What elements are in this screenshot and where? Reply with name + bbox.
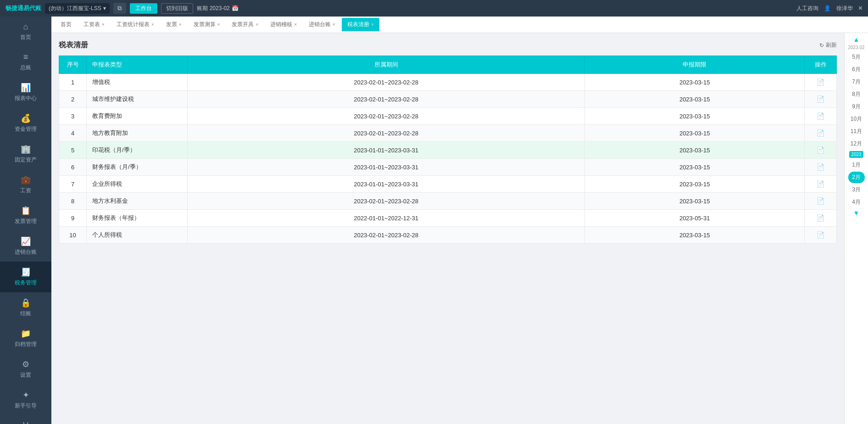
sidebar: ⌂ 首页 ≡ 总账 📊 报表中心 💰 资金管理 🏢 固定资产 💼 工资 📋 发票… [0, 17, 51, 424]
timeline-month-11[interactable]: 11月 [848, 126, 865, 137]
tab-salary-table[interactable]: 工资表 × [78, 18, 110, 31]
timeline-month-5[interactable]: 5月 [848, 51, 865, 63]
sidebar-label-report-center: 报表中心 [15, 95, 37, 102]
timeline-month-3[interactable]: 3月 [848, 184, 865, 195]
tab-close-invoice-calc[interactable]: × [217, 22, 220, 27]
table-header-row: 序号 申报表类型 所属期间 申报期限 操作 [59, 56, 837, 74]
tab-tax-register[interactable]: 税表清册 × [342, 18, 379, 31]
timeline-month-8[interactable]: 8月 [848, 89, 865, 100]
sidebar-item-vip[interactable]: V 畅会员 [0, 415, 51, 424]
sidebar-item-general-ledger[interactable]: ≡ 总账 [0, 47, 51, 77]
app-logo: 畅捷通易代账 [6, 4, 41, 12]
switch-old-button[interactable]: 切到旧版 [161, 3, 193, 14]
tab-purchase-ledger[interactable]: 进销台账 × [303, 18, 341, 31]
cell-action[interactable]: 📄 [805, 125, 837, 142]
cell-deadline: 2023-03-15 [585, 142, 805, 159]
cell-action[interactable]: 📄 [805, 210, 837, 227]
col-type: 申报表类型 [87, 56, 188, 74]
sidebar-item-archive-mgmt[interactable]: 📁 归档管理 [0, 323, 51, 354]
page-content: 税表清册 ↻ 刷新 序号 申报表类型 所属期间 申报期限 操作 [51, 33, 868, 424]
sidebar-item-new-guide[interactable]: ✦ 新手引导 [0, 385, 51, 415]
workbench-button[interactable]: 工作台 [130, 3, 157, 14]
timeline-nav-down[interactable]: ▼ [850, 208, 863, 218]
cell-seq: 1 [59, 74, 87, 91]
view-action-icon[interactable]: 📄 [817, 214, 824, 222]
tab-close-salary-stats[interactable]: × [151, 22, 154, 27]
timeline-month-12[interactable]: 12月 [848, 138, 865, 150]
sidebar-item-purchase-sales[interactable]: 📈 进销台账 [0, 231, 51, 262]
view-action-icon[interactable]: 📄 [817, 146, 824, 154]
sidebar-label-settings: 设置 [20, 371, 31, 379]
cell-period: 2023-01-01~2023-03-31 [188, 159, 585, 176]
tab-invoice-open[interactable]: 发票开具 × [226, 18, 264, 31]
sidebar-item-invoice-mgmt[interactable]: 📋 发票管理 [0, 200, 51, 231]
refresh-button[interactable]: ↻ 刷新 [819, 41, 837, 49]
cell-action[interactable]: 📄 [805, 176, 837, 193]
content-area: 首页 工资表 × 工资统计报表 × 发票 × 发票测算 × 发票开具 × [51, 17, 868, 424]
cell-deadline: 2023-03-15 [585, 74, 805, 91]
tab-home[interactable]: 首页 [55, 18, 77, 31]
topbar-close-button[interactable]: × [858, 4, 862, 12]
tab-close-purchase-verify[interactable]: × [294, 22, 297, 27]
tab-purchase-verify[interactable]: 进销稽核 × [265, 18, 302, 31]
view-action-icon[interactable]: 📄 [817, 95, 824, 103]
copy-button[interactable]: ⧉ [113, 3, 126, 14]
view-action-icon[interactable]: 📄 [817, 197, 824, 205]
cell-action[interactable]: 📄 [805, 108, 837, 125]
cell-action[interactable]: 📄 [805, 193, 837, 210]
sidebar-item-tax-mgmt[interactable]: 🧾 税务管理 [0, 262, 51, 292]
view-action-icon[interactable]: 📄 [817, 112, 824, 120]
tab-close-invoice-open[interactable]: × [256, 22, 258, 27]
ai-consult-button[interactable]: 人工咨询 [796, 5, 818, 12]
username-label: 徐泽华 [836, 5, 853, 12]
sidebar-item-settings[interactable]: ⚙ 设置 [0, 354, 51, 385]
timeline-month-4[interactable]: 4月 [848, 196, 865, 208]
sidebar-label-new-guide: 新手引导 [15, 402, 37, 410]
cell-type: 财务报表（月/季） [87, 159, 188, 176]
company-selector[interactable]: (勿动）江西服宝-LSS ▾ [45, 3, 110, 14]
cell-seq: 9 [59, 210, 87, 227]
view-action-icon[interactable]: 📄 [817, 78, 824, 86]
cell-action[interactable]: 📄 [805, 142, 837, 159]
cell-deadline: 2023-03-15 [585, 125, 805, 142]
timeline-nav-up[interactable]: ▲ [850, 35, 863, 44]
tab-invoice-calc[interactable]: 发票测算 × [188, 18, 226, 31]
cell-deadline: 2023-03-15 [585, 227, 805, 244]
sidebar-item-closing[interactable]: 🔒 结账 [0, 292, 51, 323]
timeline-month-6[interactable]: 6月 [848, 64, 865, 75]
tab-close-invoice[interactable]: × [179, 22, 182, 27]
tab-invoice[interactable]: 发票 × [161, 18, 187, 31]
timeline-month-1[interactable]: 1月 [848, 159, 865, 171]
timeline-month-10[interactable]: 10月 [848, 113, 865, 125]
col-seq: 序号 [59, 56, 87, 74]
sidebar-label-invoice-mgmt: 发票管理 [15, 218, 37, 225]
timeline-month-9[interactable]: 9月 [848, 101, 865, 112]
cell-seq: 2 [59, 91, 87, 108]
tab-salary-stats[interactable]: 工资统计报表 × [111, 18, 160, 31]
cell-action[interactable]: 📄 [805, 227, 837, 244]
sidebar-item-salary[interactable]: 💼 工资 [0, 169, 51, 200]
timeline-month-7[interactable]: 7月 [848, 76, 865, 88]
sidebar-item-fixed-assets[interactable]: 🏢 固定资产 [0, 139, 51, 169]
view-action-icon[interactable]: 📄 [817, 231, 824, 239]
sidebar-item-report-center[interactable]: 📊 报表中心 [0, 77, 51, 108]
timeline-month-2[interactable]: 2月 [848, 172, 865, 183]
table-row: 8地方水利基金2023-02-01~2023-02-282023-03-15📄 [59, 193, 837, 210]
table-row: 2城市维护建设税2023-02-01~2023-02-282023-03-15📄 [59, 91, 837, 108]
cell-action[interactable]: 📄 [805, 91, 837, 108]
col-action: 操作 [805, 56, 837, 74]
cell-action[interactable]: 📄 [805, 74, 837, 91]
view-action-icon[interactable]: 📄 [817, 163, 824, 171]
cell-action[interactable]: 📄 [805, 159, 837, 176]
view-action-icon[interactable]: 📄 [817, 180, 824, 188]
sidebar-item-home[interactable]: ⌂ 首页 [0, 17, 51, 47]
settings-icon: ⚙ [22, 359, 29, 369]
cell-type: 教育费附加 [87, 108, 188, 125]
cell-deadline: 2023-03-15 [585, 91, 805, 108]
tab-close-tax-register[interactable]: × [371, 22, 374, 27]
tab-close-salary-table[interactable]: × [102, 22, 105, 27]
view-action-icon[interactable]: 📄 [817, 129, 824, 137]
table-row: 4地方教育附加2023-02-01~2023-02-282023-03-15📄 [59, 125, 837, 142]
tab-close-purchase-ledger[interactable]: × [333, 22, 335, 27]
sidebar-item-fund-mgmt[interactable]: 💰 资金管理 [0, 108, 51, 139]
